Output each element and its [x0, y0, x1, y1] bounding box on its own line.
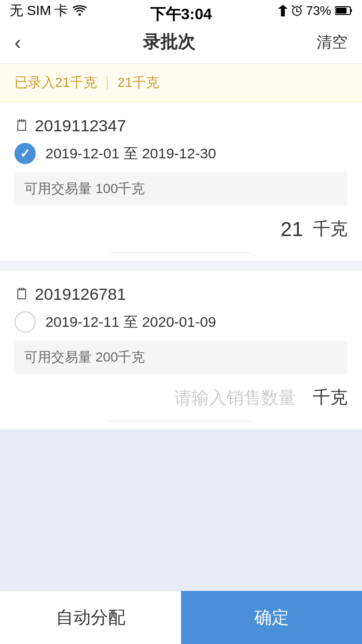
- batch2-divider-wrap: [0, 421, 362, 429]
- batch1-date-row[interactable]: 2019-12-01 至 2019-12-30: [14, 143, 348, 164]
- svg-point-0: [79, 14, 81, 16]
- bottom-bar: 自动分配 确定: [0, 591, 362, 644]
- batch1-date: 2019-12-01 至 2019-12-30: [45, 144, 216, 164]
- main-content: 已录入21千克 21千克 🗒 2019112347 2019-12-01 至 2…: [0, 64, 362, 644]
- no-sim-text: 无 SIM 卡: [10, 1, 68, 20]
- batch2-input-row: 千克: [0, 374, 362, 421]
- nav-bar: ‹ 录批次 清空: [0, 21, 362, 64]
- status-left: 无 SIM 卡: [10, 1, 86, 20]
- status-time: 下午3:04: [150, 4, 212, 25]
- back-button[interactable]: ‹: [14, 33, 21, 52]
- battery-text: 73%: [306, 3, 331, 18]
- batch2-available: 可用交易量 200千克: [14, 340, 348, 374]
- batch1-available: 可用交易量 100千克: [14, 172, 348, 206]
- svg-line-4: [292, 5, 293, 7]
- batch2-divider-line: [109, 421, 253, 421]
- quantity-input[interactable]: [158, 388, 303, 408]
- batch1-radio[interactable]: [14, 143, 36, 164]
- batch2-unit: 千克: [313, 386, 348, 409]
- batch2-date: 2019-12-11 至 2020-01-09: [45, 312, 216, 332]
- info-divider: [107, 76, 108, 89]
- wifi-icon: [73, 5, 86, 16]
- section-divider: [0, 261, 362, 270]
- batch2-radio[interactable]: [14, 311, 36, 333]
- batch1-amount-value: 21: [280, 218, 303, 241]
- page-title: 录批次: [143, 30, 195, 54]
- batch1-icon: 🗒: [14, 117, 30, 135]
- svg-rect-7: [350, 9, 352, 12]
- info-banner: 已录入21千克 21千克: [0, 64, 362, 102]
- batch-card-2: 🗒 2019126781 2019-12-11 至 2020-01-09 可用交…: [0, 270, 362, 374]
- batch1-header: 🗒 2019112347: [14, 116, 348, 135]
- batch1-divider-line: [109, 252, 253, 253]
- location-icon: [278, 5, 288, 16]
- batch1-id: 2019112347: [35, 116, 126, 135]
- batch-card-1: 🗒 2019112347 2019-12-01 至 2019-12-30 可用交…: [0, 102, 362, 206]
- batch1-amount-unit: 千克: [313, 217, 348, 241]
- status-right: 73%: [278, 3, 352, 18]
- batch1-divider-wrap: [0, 252, 362, 261]
- batch2-header: 🗒 2019126781: [14, 285, 348, 304]
- recorded-label: 已录入21千克: [14, 73, 97, 92]
- svg-rect-8: [336, 8, 347, 14]
- clear-button[interactable]: 清空: [317, 32, 348, 53]
- alarm-icon: [292, 5, 302, 16]
- batch2-date-row[interactable]: 2019-12-11 至 2020-01-09: [14, 311, 348, 333]
- svg-line-5: [300, 5, 302, 7]
- status-bar: 无 SIM 卡 下午3:04 73%: [0, 0, 362, 21]
- recorded-value: 21千克: [117, 73, 159, 92]
- confirm-button[interactable]: 确定: [181, 591, 362, 644]
- batch2-icon: 🗒: [14, 285, 30, 303]
- batch2-id: 2019126781: [35, 285, 126, 304]
- battery-icon: [335, 6, 352, 15]
- auto-distribute-button[interactable]: 自动分配: [0, 591, 181, 644]
- batch1-amount-row: 21 千克: [0, 206, 362, 252]
